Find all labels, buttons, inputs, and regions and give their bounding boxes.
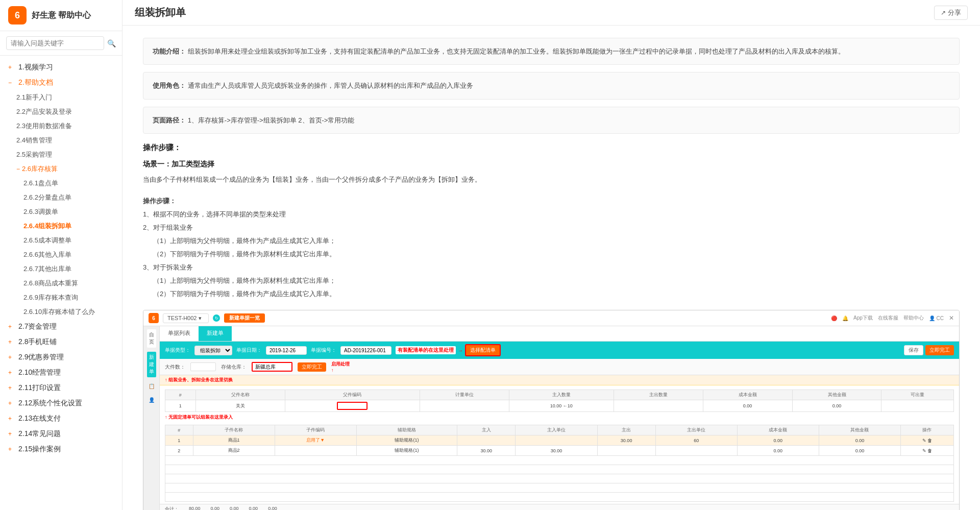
sidebar-item-2-13[interactable]: + 2.13在线支付 [0, 411, 122, 426]
sidebar-item-2-5[interactable]: 2.5采购管理 [16, 148, 122, 162]
intro-text: 组装拆卸单用来处理企业组装或拆卸等加工业务，支持有固定装配清单的产品加工业务，也… [188, 47, 845, 55]
online-service-link[interactable]: 在线客服 [878, 314, 898, 322]
sidebar-item-2-6-label: 2.6库存核算 [22, 164, 58, 174]
sidebar-item-2-1[interactable]: 2.1新手入门 [16, 90, 122, 105]
sidebar-item-2-15[interactable]: + 2.15操作案例 [0, 442, 122, 457]
sub-cell-spec: 辅助规格(1) [356, 435, 457, 446]
step1: 1、根据不同的业务，选择不同单据的类型来处理 [143, 208, 960, 221]
sub-cell-in2: 30.00 [457, 446, 516, 456]
path-text: 1、库存核算->库存管理->组装拆卸单 2、首页->常用功能 [188, 116, 355, 124]
code-input[interactable] [340, 346, 391, 355]
plus-icon-2-12: + [8, 400, 15, 407]
select-bom-btn[interactable]: 选择配清单 [465, 344, 501, 356]
sidebar-header: 6 好生意 帮助中心 [0, 0, 122, 31]
sidebar-item-2-14-label: 2.14常见问题 [18, 429, 61, 439]
col-in-qty: 主入数量 [509, 390, 614, 400]
search-icon[interactable]: 🔍 [107, 39, 116, 47]
col-sub-name: 子件名称 [193, 425, 275, 435]
date-input[interactable] [266, 346, 307, 355]
switch-annotation-text: ↑ 组装业务、拆卸业务在这里切换 [165, 377, 233, 383]
bell-icon: 🔔 [842, 315, 848, 321]
content-area: 功能介绍： 组装拆卸单用来处理企业组装或拆卸等加工业务，支持有固定装配清单的产品… [122, 26, 980, 510]
sidebar-item-2-9[interactable]: + 2.9优惠券管理 [0, 350, 122, 365]
table-row [165, 474, 954, 483]
scene1-title: 场景一：加工类型选择 [143, 160, 960, 169]
close-btn[interactable]: ✕ [949, 314, 954, 322]
tab-list[interactable]: 单据列表 [160, 326, 199, 341]
sidebar-home-btn[interactable]: 自页 [147, 329, 156, 348]
sidebar-item-2-4[interactable]: 2.4销售管理 [16, 133, 122, 148]
sidebar-item-2-14[interactable]: + 2.14常见问题 [0, 426, 122, 442]
sidebar-item-2-6-5[interactable]: 2.6.5成本调整单 [23, 233, 122, 248]
start-work-btn[interactable]: 立即完工 [298, 362, 326, 372]
no-bom-annotation-text: ↑ 无固定清单可以组装在这里录入 [165, 414, 233, 421]
sidebar-item-2-6-1[interactable]: 2.6.1盘点单 [23, 176, 122, 190]
cell-in-qty: 10.00 ←10 [509, 400, 614, 412]
sub-cell-num: 1 [165, 435, 193, 446]
plus-icon-2-15: + [8, 446, 15, 453]
type-select[interactable]: 组装拆卸 [194, 346, 232, 355]
save-btn[interactable]: 保存 [904, 345, 923, 355]
sidebar-item-2-11[interactable]: + 2.11打印设置 [0, 380, 122, 396]
warehouse-input[interactable] [252, 362, 292, 372]
path-label: 页面路径： [153, 116, 186, 124]
sidebar-person-icon[interactable]: 👤 [146, 395, 157, 405]
red-dot-icon: 🔴 [831, 315, 837, 321]
step2-1: （1）上部明细为父件明细，最终作为产成品生成其它入库单； [143, 234, 960, 248]
table-row [165, 483, 954, 493]
sidebar-item-2-6-2[interactable]: 2.6.2分量盘点单 [23, 190, 122, 205]
sidebar-item-2-6[interactable]: − 2.6库存核算 [16, 162, 122, 176]
arrow-right-icon: → [458, 348, 463, 353]
bom-section: 有装配清单的在这里处理 → 选择配清单 [396, 344, 501, 356]
plus-icon-2-9: + [8, 354, 15, 361]
plus-icon: + [8, 64, 15, 71]
col-cost: 成本金额 [703, 390, 792, 400]
sidebar-item-video[interactable]: + 1.视频学习 [0, 60, 122, 75]
col-sub-out-unit: 主出单位 [655, 425, 737, 435]
col-sub-op: 操作 [900, 425, 953, 435]
sidebar-item-2-6-7[interactable]: 2.6.7其他出库单 [23, 262, 122, 276]
sidebar-item-2-7-label: 2.7资金管理 [18, 322, 57, 331]
sidebar-item-video-label: 1.视频学习 [18, 63, 53, 72]
sub-cell-num2: 2 [165, 446, 193, 456]
company-selector[interactable]: TEST-H002 ▾ [163, 313, 209, 323]
help-center-link[interactable]: 帮助中心 [903, 314, 924, 322]
search-input[interactable] [6, 36, 104, 50]
share-button[interactable]: ↗ 分享 [934, 6, 968, 20]
sidebar-item-2-2[interactable]: 2.2产品安装及登录 [16, 105, 122, 119]
sidebar-item-2-6-10[interactable]: 2.6.10库存账本错了么办 [23, 305, 122, 319]
sidebar-new-btn[interactable]: 新建单 [147, 352, 156, 377]
scene1-desc: 当由多个子件材料组装成一个成品的业务为【组装】业务，当由一个父件拆分成多个子产品… [143, 173, 960, 186]
sub-cell-in-unit [516, 435, 597, 446]
sidebar-item-docs[interactable]: − 2.帮助文档 [0, 75, 122, 90]
col-other: 其他金额 [792, 390, 881, 400]
app-form-toolbar: 单据类型： 组装拆卸 单据日期： 单据编号： 有装配清单的在这里处理 → 选择配… [160, 342, 959, 359]
sidebar-item-2-3[interactable]: 2.3使用前数据准备 [16, 119, 122, 133]
app-download-link[interactable]: App下载 [853, 314, 873, 322]
sidebar-item-2-12[interactable]: + 2.12系统个性化设置 [0, 396, 122, 411]
enable-annotation: 启用处理 ↑ [331, 361, 350, 373]
sidebar-item-2-8[interactable]: + 2.8手机旺铺 [0, 334, 122, 350]
sidebar-item-2-10[interactable]: + 2.10经营管理 [0, 365, 122, 380]
refresh-icon[interactable]: ↻ [213, 314, 220, 322]
sidebar-item-2-12-label: 2.12系统个性化设置 [18, 399, 82, 408]
sidebar-item-2-6-9[interactable]: 2.6.9库存账本查询 [23, 290, 122, 305]
col-out-qty: 主出数量 [614, 390, 703, 400]
tab-new[interactable]: 新建单 [199, 326, 232, 341]
parent-code-input[interactable] [337, 402, 368, 410]
sidebar-list-icon[interactable]: 📋 [146, 381, 157, 391]
sidebar-item-2-6-8[interactable]: 2.6.8商品成本重算 [23, 276, 122, 290]
intro-box: 功能介绍： 组装拆卸单用来处理企业组装或拆卸等加工业务，支持有固定装配清单的产品… [143, 38, 960, 65]
col-sub-spec: 辅助规格 [356, 425, 457, 435]
sidebar-item-2-6-6[interactable]: 2.6.6其他入库单 [23, 248, 122, 262]
user-avatar[interactable]: 👤 CC [929, 315, 944, 321]
col-sub-cost: 成本金额 [737, 425, 819, 435]
sub-cell-out2 [597, 446, 655, 456]
count-input[interactable] [190, 362, 216, 371]
sidebar-item-2-6-4[interactable]: 2.6.4组装拆卸单 [23, 219, 122, 233]
sidebar-item-2-7[interactable]: + 2.7资金管理 [0, 319, 122, 334]
new-order-btn[interactable]: 新建单据一览 [224, 313, 265, 323]
app-topbar: 6 TEST-H002 ▾ ↻ 新建单据一览 🔴 🔔 App下载 在线客服 帮助… [143, 310, 959, 326]
confirm-btn[interactable]: 立即完工 [925, 345, 954, 355]
sidebar-item-2-6-3[interactable]: 2.6.3调拨单 [23, 205, 122, 219]
